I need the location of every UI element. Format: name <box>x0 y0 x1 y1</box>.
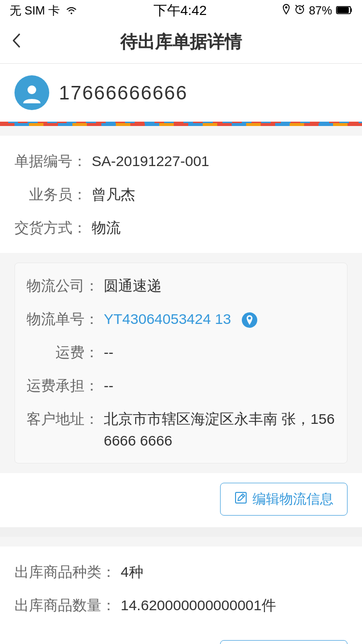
logistics-section: 物流公司： 圆通速递 物流单号： YT43064053424 13 <box>14 263 348 463</box>
svg-rect-7 <box>337 7 348 13</box>
tracking-number-row: 物流单号： YT43064053424 13 <box>27 308 335 330</box>
section-separator <box>0 527 362 537</box>
svg-line-5 <box>303 5 304 6</box>
avatar <box>14 75 49 110</box>
freight-label: 运费： <box>27 341 104 363</box>
document-number-value: SA-20191227-001 <box>92 150 348 172</box>
nav-bar: 待出库单据详情 <box>0 21 362 64</box>
status-bar: 无 SIM 卡 下午4:42 <box>0 0 362 21</box>
salesman-row: 业务员： 曾凡杰 <box>14 183 348 205</box>
status-right: 87% <box>282 4 352 17</box>
freight-bearer-value: -- <box>104 375 335 396</box>
back-button[interactable] <box>12 31 21 53</box>
product-types-label: 出库商品种类： <box>14 561 121 583</box>
tracking-location-icon[interactable] <box>241 311 258 329</box>
svg-line-12 <box>242 495 244 497</box>
customer-phone: 17666666666 <box>59 82 188 104</box>
freight-row: 运费： -- <box>27 341 335 363</box>
status-left: 无 SIM 卡 <box>10 3 78 18</box>
battery-text: 87% <box>309 4 332 17</box>
freight-bearer-row: 运费承担： -- <box>27 375 335 396</box>
page-title: 待出库单据详情 <box>120 30 242 54</box>
svg-point-10 <box>248 317 251 320</box>
carrier-text: 无 SIM 卡 <box>10 3 60 18</box>
customer-header: 17666666666 <box>0 64 362 123</box>
basic-info-section: 单据编号： SA-20191227-001 业务员： 曾凡杰 交货方式： 物流 <box>0 136 362 253</box>
location-status-icon <box>282 4 291 17</box>
delivery-method-row: 交货方式： 物流 <box>14 217 348 238</box>
delivery-method-label: 交货方式： <box>14 217 92 238</box>
svg-point-0 <box>285 6 288 9</box>
product-types-row: 出库商品种类： 4种 <box>14 561 348 583</box>
status-time: 下午4:42 <box>153 1 207 20</box>
salesman-label: 业务员： <box>14 183 92 205</box>
wifi-icon <box>65 4 78 17</box>
edit-icon <box>234 491 248 508</box>
freight-value: -- <box>104 341 335 363</box>
logistics-company-value: 圆通速递 <box>104 275 335 296</box>
freight-bearer-label: 运费承担： <box>27 375 104 396</box>
address-value: 北京市市辖区海淀区永丰南 张，156 6666 6666 <box>104 408 335 451</box>
edit-logistics-button[interactable]: 编辑物流信息 <box>220 483 348 516</box>
view-details-button[interactable]: 查看单据详情 <box>220 640 348 644</box>
salesman-value: 曾凡杰 <box>92 183 348 205</box>
address-label: 客户地址： <box>27 408 104 430</box>
tracking-number-label: 物流单号： <box>27 308 104 330</box>
product-quantity-label: 出库商品数量： <box>14 594 121 616</box>
product-types-value: 4种 <box>121 561 348 583</box>
delivery-method-value: 物流 <box>92 217 348 238</box>
alarm-status-icon <box>294 4 305 17</box>
product-quantity-value: 14.620000000000001件 <box>121 594 348 616</box>
document-number-row: 单据编号： SA-20191227-001 <box>14 150 348 172</box>
svg-line-4 <box>296 5 297 6</box>
edit-logistics-label: 编辑物流信息 <box>252 490 334 508</box>
address-row: 客户地址： 北京市市辖区海淀区永丰南 张，156 6666 6666 <box>27 408 335 451</box>
svg-rect-11 <box>236 492 246 503</box>
summary-section: 出库商品种类： 4种 出库商品数量： 14.620000000000001件 <box>0 546 362 630</box>
product-quantity-row: 出库商品数量： 14.620000000000001件 <box>14 594 348 616</box>
logistics-company-row: 物流公司： 圆通速递 <box>27 275 335 296</box>
tracking-number-value: YT43064053424 13 <box>104 308 335 330</box>
svg-point-8 <box>28 85 36 94</box>
edit-logistics-container: 编辑物流信息 <box>0 473 362 527</box>
document-number-label: 单据编号： <box>14 150 92 172</box>
view-details-container: 查看单据详情 <box>0 630 362 644</box>
color-divider <box>0 123 362 126</box>
logistics-company-label: 物流公司： <box>27 275 104 296</box>
battery-icon <box>336 4 352 17</box>
